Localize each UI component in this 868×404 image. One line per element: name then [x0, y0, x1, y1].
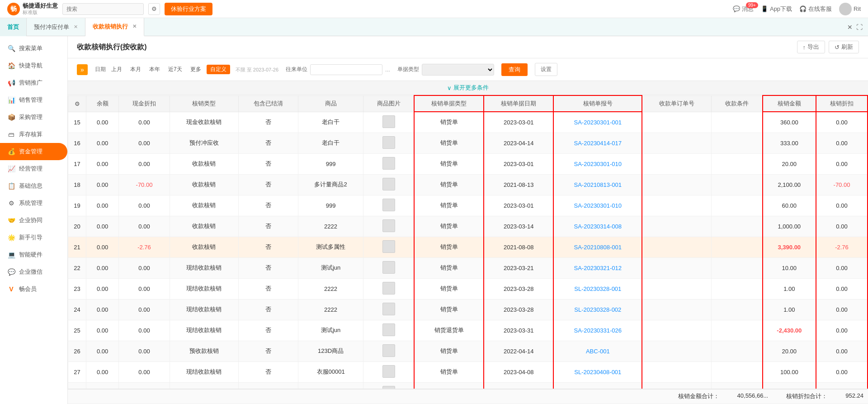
cell-balance: 0.00: [86, 382, 119, 389]
sidebar-item-member[interactable]: V 畅会员: [0, 280, 67, 298]
header-actions: ↑ 导出 ↺ 刷新: [797, 41, 859, 53]
cell-rownum: 21: [68, 237, 86, 257]
close-window-btn[interactable]: ✕: [847, 24, 853, 31]
tab-prepay[interactable]: 预付冲应付单 ✕: [27, 18, 85, 36]
cell-cash-discount: 0.00: [119, 361, 170, 382]
verify-bill-no-link[interactable]: SL-20230328-002: [574, 306, 621, 313]
verify-bill-no-link[interactable]: SA-20230321-012: [574, 265, 622, 271]
verify-bill-no-link[interactable]: SA-20230331-026: [574, 327, 622, 334]
cell-cash-discount: 0.00: [119, 133, 170, 153]
export-button[interactable]: ↑ 导出: [797, 41, 826, 53]
sidebar-item-system[interactable]: ⚙ 系统管理: [0, 195, 67, 212]
date-more[interactable]: 更多: [188, 65, 204, 74]
cell-verify-bill-no[interactable]: SA-20230331-026: [553, 320, 642, 341]
cell-verify-bill-no[interactable]: SA-20230301-001: [553, 112, 642, 133]
verify-bill-no-link[interactable]: ABC-001: [586, 348, 610, 355]
verify-bill-no-link[interactable]: SA-20230301-010: [574, 161, 622, 167]
cell-receipt-order-no: [642, 112, 711, 133]
sidebar-item-wechat[interactable]: 💬 企业微信: [0, 263, 67, 280]
tab-verification[interactable]: 收款核销执行 ✕: [85, 18, 144, 36]
sidebar-item-quicknav[interactable]: 🏠 快捷导航: [0, 57, 67, 74]
verify-bill-no-link[interactable]: SL-20230408-001: [574, 369, 621, 375]
sidebar-item-search[interactable]: 🔍 搜索菜单: [0, 40, 67, 57]
cell-verify-bill-no[interactable]: SA-20230314-008: [553, 216, 642, 237]
sidebar-label-wechat: 企业微信: [19, 268, 42, 276]
cell-rownum: 17: [68, 153, 86, 174]
cell-verify-bill-no[interactable]: SL-20230418-001: [553, 382, 642, 389]
cell-verify-bill-no[interactable]: SL-20230328-001: [553, 278, 642, 299]
cell-verify-type: 收款核销: [170, 216, 238, 237]
sidebar-item-inventory[interactable]: 🗃 库存核算: [0, 126, 67, 143]
filter-toggle-btn[interactable]: »: [77, 64, 88, 75]
verify-bill-no-link[interactable]: SA-20230414-017: [574, 140, 622, 147]
sidebar-item-hardware[interactable]: 💻 智能硬件: [0, 246, 67, 263]
verify-bill-no-link[interactable]: SA-20230314-008: [574, 223, 622, 230]
fullscreen-btn[interactable]: ⛶: [856, 24, 863, 31]
th-receipt-condition: 收款条件: [712, 95, 763, 112]
sidebar-label-search: 搜索菜单: [19, 44, 42, 52]
cell-verify-bill-type: 销货单: [414, 174, 484, 195]
date-last-month[interactable]: 上月: [108, 65, 125, 74]
verification-tab-close[interactable]: ✕: [132, 24, 137, 29]
cell-verify-bill-no[interactable]: SA-20230321-012: [553, 257, 642, 278]
sidebar-item-marketing[interactable]: 📢 营销推广: [0, 74, 67, 91]
cell-verify-bill-no[interactable]: SA-20230301-010: [553, 153, 642, 174]
prepay-tab-close[interactable]: ✕: [74, 24, 78, 30]
page-title: 收款核销执行(按收款): [77, 43, 147, 52]
verify-bill-no-link[interactable]: SA-20210808-001: [574, 244, 622, 251]
user-menu[interactable]: Rit: [839, 3, 861, 15]
sidebar-item-sales[interactable]: 📊 销售管理: [0, 91, 67, 109]
sidebar-item-guide[interactable]: 🌟 新手引导: [0, 229, 67, 246]
expand-more-btn[interactable]: ∨ 展开更多条件: [447, 84, 489, 92]
cell-verify-bill-type: 销货单: [414, 195, 484, 216]
cell-verify-bill-no[interactable]: ABC-001: [553, 341, 642, 361]
sidebar-item-ops[interactable]: 📈 经营管理: [0, 160, 67, 177]
bill-type-select[interactable]: [422, 64, 494, 76]
cell-receipt-order-no: [642, 320, 711, 341]
sidebar-item-finance[interactable]: 💰 资金管理: [0, 143, 67, 160]
industry-btn[interactable]: 休验行业方案: [165, 3, 212, 15]
tab-home[interactable]: 首页: [0, 18, 27, 36]
cell-include-settled: 否: [239, 278, 298, 299]
cell-verify-bill-no[interactable]: SL-20230408-001: [553, 361, 642, 382]
query-button[interactable]: 查询: [501, 63, 528, 76]
message-btn[interactable]: 💬 消息 99+: [733, 5, 754, 13]
table-row: 26 0.00 0.00 预收款核销 否 123D商品 销货单 2022-04-…: [68, 341, 868, 361]
date-this-year[interactable]: 本年: [146, 65, 163, 74]
online-service-btn[interactable]: 🎧 在线客服: [799, 5, 832, 13]
sidebar-item-basic[interactable]: 📋 基础信息: [0, 177, 67, 195]
cell-verify-type: 现结收款核销: [170, 361, 238, 382]
gear-button[interactable]: ⚙: [148, 3, 160, 15]
cell-cash-discount: 0.00: [119, 320, 170, 341]
date-this-month[interactable]: 本月: [127, 65, 144, 74]
sidebar-item-corp[interactable]: 🤝 企业协同: [0, 212, 67, 229]
search-input[interactable]: [62, 3, 144, 15]
wechat-icon: 💬: [7, 268, 15, 276]
table-row: 20 0.00 0.00 收款核销 否 2222 销货单 2023-03-14 …: [68, 216, 868, 237]
cell-product-img: [363, 278, 414, 299]
th-balance: 余额: [86, 95, 119, 112]
table-scroll-area[interactable]: ⚙ 余额 现金折扣 核销类型 包含已结清 商品 商品图片 核销单据类型 核销单据…: [68, 95, 868, 389]
cell-verify-bill-no[interactable]: SA-20230301-010: [553, 195, 642, 216]
cell-product: 测试多属性: [298, 237, 363, 257]
verify-bill-no-link[interactable]: SA-20230301-010: [574, 202, 622, 209]
cell-verify-amount: 1,000.00: [763, 216, 816, 237]
date-custom[interactable]: 自定义: [207, 65, 230, 74]
brand: 畅 畅捷通好生意 标准版: [7, 2, 58, 15]
verify-bill-no-link[interactable]: SL-20230328-001: [574, 285, 621, 292]
refresh-button[interactable]: ↺ 刷新: [829, 41, 859, 53]
verify-bill-no-link[interactable]: SA-20230301-001: [574, 119, 622, 126]
cell-verify-bill-no[interactable]: SA-20210813-001: [553, 174, 642, 195]
setting-button[interactable]: 设置: [535, 63, 557, 76]
partner-input[interactable]: [310, 64, 382, 75]
cell-verify-bill-no[interactable]: SA-20230414-017: [553, 133, 642, 153]
cell-verify-bill-no[interactable]: SA-20210808-001: [553, 237, 642, 257]
sidebar-item-purchase[interactable]: 📦 采购管理: [0, 109, 67, 126]
cell-verify-bill-no[interactable]: SL-20230328-002: [553, 299, 642, 320]
cell-verify-type: 预收款核销: [170, 341, 238, 361]
finance-icon: 💰: [7, 147, 15, 156]
app-download-btn[interactable]: 📱 App下载: [761, 5, 792, 13]
verify-bill-no-link[interactable]: SA-20210813-001: [574, 181, 622, 188]
date-last-7days[interactable]: 近7天: [165, 65, 185, 74]
filter-bill-type-group: 单据类型: [397, 64, 494, 76]
